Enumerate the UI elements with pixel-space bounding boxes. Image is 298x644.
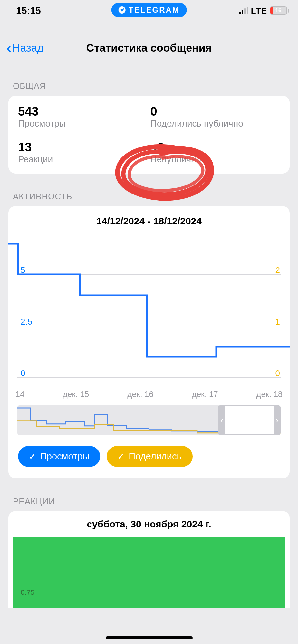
stat-views: 543 Просмотры [18,105,148,129]
x-tick: дек. 18 [256,390,283,399]
reactions-date-title: суббота, 30 ноября 2024 г. [8,517,290,534]
range-scrubber[interactable]: ‹ › [17,405,281,435]
page-title: Статистика сообщения [86,42,212,54]
stat-private-shares: ≈6 Непублично [150,140,280,165]
range-handle-right[interactable]: › [274,405,281,435]
stat-views-value: 543 [18,105,148,118]
back-label: Назад [12,42,43,54]
stat-public-shares-label: Поделились публично [150,118,280,129]
activity-chart-svg [8,236,290,387]
home-indicator[interactable] [106,636,193,639]
check-icon: ✓ [29,452,35,461]
status-time: 15:15 [16,5,41,16]
activity-card: 14/12/2024 - 18/12/2024 5 2.5 0 2 1 0 14… [8,206,290,478]
range-handle-left[interactable]: ‹ [218,405,225,435]
chevron-left-icon: ‹ [6,44,12,52]
x-tick: 14 [15,390,24,399]
telegram-plane-icon [118,6,125,14]
cellular-signal-icon [239,7,248,14]
stat-reactions-label: Реакции [18,154,148,165]
legend-views-label: Просмотры [40,451,89,462]
stat-public-shares: 0 Поделились публично [150,105,280,129]
status-right: LTE 16 [239,6,289,16]
x-tick: дек. 15 [63,390,89,399]
stat-private-shares-value: ≈6 [150,140,280,154]
legend-shares-toggle[interactable]: ✓ Поделились [107,446,192,467]
activity-x-axis: 14 дек. 15 дек. 16 дек. 17 дек. 18 [8,387,290,399]
chevron-left-icon: ‹ [220,415,223,425]
activity-legend: ✓ Просмотры ✓ Поделились [8,435,290,469]
check-icon: ✓ [118,452,124,461]
legend-shares-label: Поделились [129,451,181,462]
activity-chart[interactable]: 5 2.5 0 2 1 0 [8,236,290,387]
chevron-right-icon: › [276,415,279,425]
page-header: ‹ Назад Статистика сообщения [0,32,298,63]
stat-reactions: 13 Реакции [18,140,148,165]
back-button[interactable]: ‹ Назад [6,42,43,54]
overall-card: 543 Просмотры 0 Поделились публично 13 Р… [8,96,290,174]
reactions-card: суббота, 30 ноября 2024 г. 0.75 [8,511,290,608]
battery-icon: 16 [270,6,289,15]
reactions-y-tick: 0.75 [21,588,34,597]
x-tick: дек. 16 [127,390,153,399]
telegram-pill-label: TELEGRAM [129,5,180,14]
activity-date-range: 14/12/2024 - 18/12/2024 [8,214,290,229]
stat-public-shares-value: 0 [150,105,280,118]
battery-percent: 16 [270,7,286,14]
network-label: LTE [251,6,267,16]
telegram-pill[interactable]: TELEGRAM [111,3,187,17]
x-tick: дек. 17 [192,390,218,399]
legend-views-toggle[interactable]: ✓ Просмотры [18,446,100,467]
reactions-heading: РЕАКЦИИ [0,478,298,511]
overall-heading: ОБЩАЯ [0,63,298,96]
stat-reactions-value: 13 [18,140,148,154]
stat-views-label: Просмотры [18,118,148,129]
reactions-chart[interactable]: 0.75 [13,537,285,608]
stat-private-shares-label: Непублично [150,154,280,165]
activity-heading: АКТИВНОСТЬ [0,174,298,206]
